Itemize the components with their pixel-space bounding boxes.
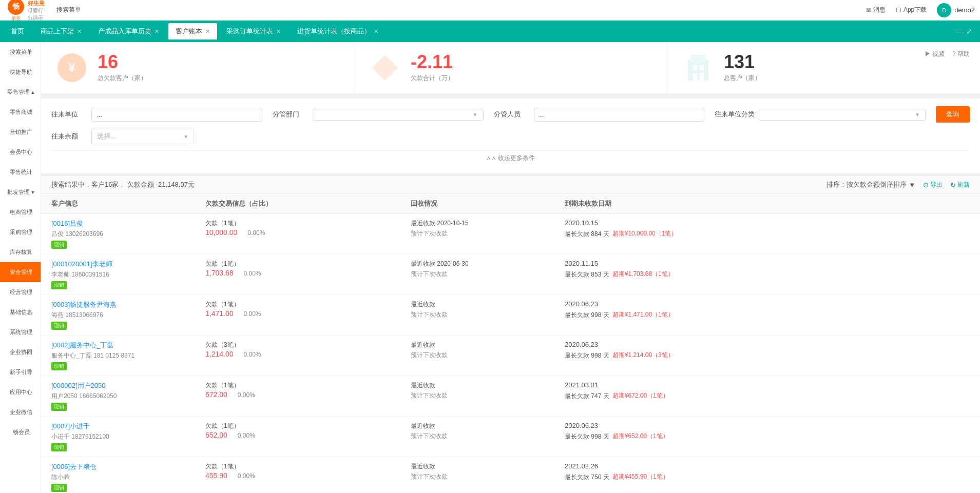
app-download-btn[interactable]: ☐ App下载 <box>896 6 927 14</box>
refresh-icon-wrapper[interactable]: ↻ 刷新 <box>950 181 970 189</box>
sidebar-item-retail-mall[interactable]: 零售商城 <box>0 102 41 122</box>
close-icon[interactable]: ✕ <box>77 28 82 35</box>
customer-contact: 吕俊 13026203696 <box>51 230 205 239</box>
filter-unit-category-select[interactable]: ▼ <box>759 109 926 121</box>
sidebar-item-ecommerce[interactable]: 电商管理 <box>0 202 41 222</box>
filter-from-unit: 往来单位 ... <box>51 108 262 122</box>
sidebar-item-retail-mgmt[interactable]: 零售管理 ▲ <box>0 82 41 102</box>
tab-product-history[interactable]: 产成品入库单历史 ✕ <box>91 23 166 40</box>
results-summary-text: 搜索结果中，客户16家 <box>51 181 119 188</box>
search-menu[interactable]: 搜索菜单 <box>56 6 81 14</box>
due-date: 2020.06.23 <box>565 300 970 308</box>
sidebar-item-biz-mgmt[interactable]: 经营管理 <box>0 282 41 302</box>
sort-selector[interactable]: 排序：按欠款金额倒序排序 ▼ <box>827 180 915 189</box>
close-icon[interactable]: ✕ <box>374 28 378 35</box>
col-header-customer: 客户信息 <box>51 199 205 208</box>
table-row: [0016]吕俊 吕俊 13026203696 现销 欠款（1笔） 10,000… <box>41 214 980 254</box>
filter-dept-select[interactable]: ▼ <box>313 109 484 121</box>
overdue-days: 最长欠款 998 天 <box>565 311 609 320</box>
customer-name[interactable]: [0006]去下粮仓 <box>51 462 205 471</box>
overdue-badge[interactable]: 超期¥10,000.00（1笔） <box>612 229 678 238</box>
overdue-badge[interactable]: 超期¥1,214.00（3笔） <box>612 351 674 360</box>
close-icon[interactable]: ✕ <box>205 28 210 35</box>
debt-info-cell: 欠款（1笔） 652.00 0.00% <box>205 422 411 439</box>
sidebar-item-retail-stats[interactable]: 零售统计 <box>0 162 41 182</box>
debt-amount[interactable]: 455.90 <box>205 471 227 480</box>
results-header: 搜索结果中，客户16家， 欠款金额 -21,148.07元 排序：按欠款金额倒序… <box>41 176 980 194</box>
debt-amount[interactable]: 1,214.00 <box>205 350 234 358</box>
filter-person-input[interactable]: ... <box>534 108 705 122</box>
sidebar-item-app-center[interactable]: 应用中心 <box>0 382 41 402</box>
sidebar-item-member[interactable]: 会员中心 <box>0 142 41 162</box>
sidebar-item-quick-nav[interactable]: 快捷导航 <box>0 62 41 82</box>
sidebar-item-inventory[interactable]: 库存核算 <box>0 242 41 262</box>
customer-contact: 小进千 18279152100 <box>51 432 205 441</box>
filter-row-1: 往来单位 ... 分管部门 ▼ 分管人员 <box>51 106 970 123</box>
debt-amount[interactable]: 10,000.00 <box>205 228 237 236</box>
help-link[interactable]: ? 帮助 <box>952 50 970 58</box>
filter-from-unit-input[interactable]: ... <box>91 108 262 122</box>
customer-info-cell: [0006]去下粮仓 陈小希 现销 <box>51 462 205 492</box>
customer-name[interactable]: [0002]服务中心_丁磊 <box>51 341 205 350</box>
customer-name[interactable]: [0003]畅捷服务尹海燕 <box>51 300 205 309</box>
sidebar-item-finance[interactable]: 资金管理 <box>0 262 41 282</box>
customer-tag: 现销 <box>51 322 67 330</box>
filter-dept: 分管部门 ▼ <box>273 109 484 121</box>
collapse-bar[interactable]: ∧∧ 收起更多条件 <box>51 150 970 166</box>
sidebar-item-wechat[interactable]: 企业微信 <box>0 402 41 422</box>
collection-date: 最近收款 <box>411 300 565 309</box>
debt-amount[interactable]: 1,703.68 <box>205 269 234 277</box>
sidebar-item-batch-mgmt[interactable]: 批发管理 ▼ <box>0 182 41 202</box>
svg-rect-4 <box>690 55 706 63</box>
customer-name[interactable]: [0016]吕俊 <box>51 219 205 228</box>
close-icon[interactable]: ✕ <box>155 28 159 35</box>
sidebar-item-marketing[interactable]: 营销推广 <box>0 122 41 142</box>
search-button[interactable]: 查询 <box>936 106 970 123</box>
message-btn[interactable]: ✉ 消息 <box>866 6 886 14</box>
filter-balance-select[interactable]: 选择... ▼ <box>91 129 194 144</box>
sidebar-item-vip[interactable]: 畅会员 <box>0 422 41 442</box>
tab-home[interactable]: 首页 <box>4 23 31 40</box>
tab-product-off[interactable]: 商品上下架 ✕ <box>33 23 89 40</box>
tab-stock-summary[interactable]: 进货单统计表（按商品） ✕ <box>290 23 386 40</box>
stats-row: ¥ 16 总欠款客户（家） -2.11 <box>41 42 980 93</box>
tab-customer-account[interactable]: 客户账本 ✕ <box>168 23 217 40</box>
overdue-badge[interactable]: 超期¥455.90（1笔） <box>612 472 669 481</box>
collection-next: 预计下次收款 <box>411 351 565 360</box>
debt-desc: 欠款（3笔） <box>205 341 411 349</box>
sidebar-item-search[interactable]: 搜索菜单 <box>0 42 41 62</box>
customer-name[interactable]: [0001020001]李老师 <box>51 260 205 269</box>
export-btn[interactable]: 导出 <box>930 181 943 189</box>
debt-desc: 欠款（1笔） <box>205 462 411 471</box>
overdue-days: 最长欠款 998 天 <box>565 351 609 360</box>
sidebar-item-purchase[interactable]: 采购管理 <box>0 222 41 242</box>
overdue-badge[interactable]: 超期¥1,703.68（1笔） <box>612 270 674 279</box>
sidebar-item-system[interactable]: 系统管理 <box>0 322 41 342</box>
overdue-badge[interactable]: 超期¥652.00（1笔） <box>612 432 669 441</box>
sidebar-item-basic-info[interactable]: 基础信息 <box>0 302 41 322</box>
export-icon-wrapper[interactable]: ⊙ 导出 <box>923 181 943 189</box>
overdue-badge[interactable]: 超期¥1,471.00（1笔） <box>612 310 674 319</box>
refresh-btn[interactable]: 刷新 <box>957 181 970 189</box>
debt-amount[interactable]: 1,471.00 <box>205 309 234 318</box>
sidebar-item-enterprise[interactable]: 企业协同 <box>0 342 41 362</box>
tab-purchase-summary[interactable]: 采购订单统计表 ✕ <box>219 23 288 40</box>
customer-name[interactable]: [0007]小进千 <box>51 422 205 431</box>
debt-amount[interactable]: 672.00 <box>205 390 227 399</box>
filter-balance-label: 往来余额 <box>51 132 87 141</box>
debt-info-cell: 欠款（1笔） 672.00 0.00% <box>205 381 411 399</box>
due-date: 2020.11.15 <box>565 260 970 267</box>
col-header-due-date: 到期未收款日期 <box>565 199 970 208</box>
maximize-icon[interactable]: ⤢ <box>966 27 972 35</box>
close-icon[interactable]: ✕ <box>276 28 281 35</box>
help-icon: ? <box>952 50 956 57</box>
sidebar-item-newbie[interactable]: 新手引导 <box>0 362 41 382</box>
svg-rect-5 <box>693 65 697 70</box>
overdue-badge[interactable]: 超期¥672.00（1笔） <box>612 391 669 400</box>
minimize-icon[interactable]: — <box>956 27 964 35</box>
video-link[interactable]: ▶ 视频 <box>925 50 945 58</box>
debt-amount[interactable]: 652.00 <box>205 431 227 439</box>
table-row: [0002]服务中心_丁磊 服务中心_丁磊 181 0125 8371 现销 欠… <box>41 336 980 376</box>
customer-name[interactable]: [000002]用户2050 <box>51 381 205 390</box>
user-profile[interactable]: D demo2 <box>937 3 975 17</box>
